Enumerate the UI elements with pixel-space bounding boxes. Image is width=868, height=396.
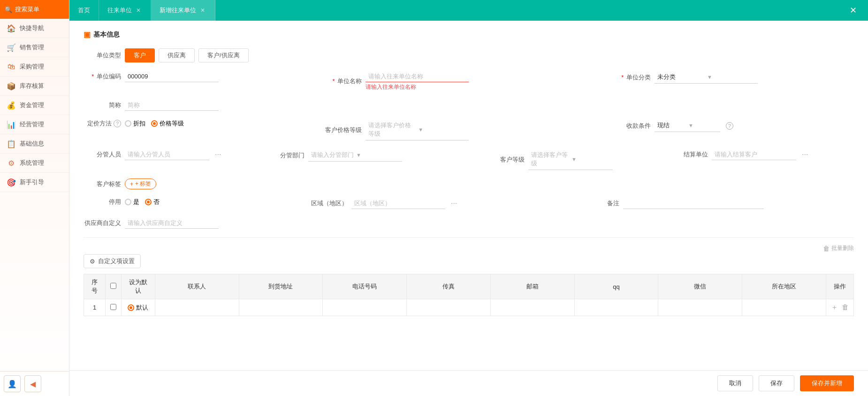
select-all-checkbox[interactable]	[110, 283, 116, 289]
trash-icon: 🗑	[823, 245, 830, 252]
tab-new-contact-close[interactable]: ✕	[199, 7, 206, 14]
sidebar-item-finance[interactable]: 💰 资金管理	[0, 96, 69, 115]
row-contact-input[interactable]	[160, 304, 234, 311]
manager-label: 分管人员	[84, 150, 121, 159]
unit-name-input[interactable]	[365, 71, 469, 82]
col-region: 所在地区	[742, 274, 826, 299]
section-basic-info: ▣ 基本信息	[84, 30, 854, 39]
sidebar-expand-btn[interactable]: ◀	[24, 375, 41, 392]
save-new-button[interactable]: 保存并新增	[800, 375, 854, 391]
row-delete-btn[interactable]: 🗑	[842, 303, 849, 312]
row-add-btn[interactable]: ＋	[831, 303, 838, 312]
sidebar-item-inventory[interactable]: 📦 库存核算	[0, 77, 69, 96]
row-checkbox[interactable]	[106, 299, 122, 316]
sidebar-item-basic[interactable]: 📋 基础信息	[0, 134, 69, 154]
sidebar-item-quick-nav[interactable]: 🏠 快捷导航	[0, 19, 69, 38]
row-default-radio[interactable]	[128, 304, 134, 311]
tab-home[interactable]: 首页	[69, 0, 99, 21]
manager-more-btn[interactable]: ···	[213, 150, 223, 159]
row-email-input[interactable]	[495, 304, 570, 311]
row-default-radio-item[interactable]: 默认	[126, 303, 150, 312]
region-more-btn[interactable]: ···	[449, 199, 459, 208]
short-name-input[interactable]	[125, 100, 219, 111]
row-fax-input[interactable]	[411, 304, 486, 311]
row-email[interactable]	[490, 299, 574, 316]
row-select-checkbox[interactable]	[110, 304, 116, 310]
cancel-button[interactable]: 取消	[717, 375, 753, 391]
row-phone-input[interactable]	[327, 304, 402, 311]
sidebar-item-guide[interactable]: 🎯 新手引导	[0, 173, 69, 192]
settlement-unit-more-btn[interactable]: ···	[800, 150, 810, 159]
tab-contacts[interactable]: 往来单位 ✕	[99, 0, 151, 21]
col-action: 操作	[826, 274, 853, 299]
batch-delete-label[interactable]: 批量删除	[831, 244, 854, 252]
disable-no-radio[interactable]	[145, 199, 152, 205]
unit-category-label: * 单位分类	[613, 73, 651, 82]
sidebar-item-label: 基础信息	[20, 140, 44, 148]
pricing-price-level-option[interactable]: 价格等级	[151, 119, 184, 128]
disable-yes-option[interactable]: 是	[125, 198, 139, 206]
pricing-price-level-radio[interactable]	[151, 120, 158, 127]
row-fax[interactable]	[407, 299, 491, 316]
sidebar: 🔍 搜索菜单 🏠 快捷导航 🛒 销售管理 🛍 采购管理 📦 库存核算 💰 资金管…	[0, 0, 69, 396]
type-btn-supplier[interactable]: 供应离	[159, 48, 195, 62]
unit-code-label: * 单位编码	[84, 72, 121, 81]
pricing-info-icon[interactable]: ?	[114, 120, 121, 127]
row-address[interactable]	[239, 299, 323, 316]
row-contact[interactable]	[155, 299, 239, 316]
row-region-input[interactable]	[747, 304, 821, 311]
payment-terms-label: 收款条件	[613, 122, 651, 130]
row-no: 1	[84, 299, 106, 316]
disable-no-option[interactable]: 否	[145, 198, 160, 206]
unit-code-row: * 单位编码 * 单位名称 请输入往来单位名称 *	[84, 71, 854, 91]
row-default[interactable]: 默认	[122, 299, 155, 316]
sidebar-item-system[interactable]: ⚙ 系统管理	[0, 154, 69, 173]
payment-terms-info-icon[interactable]: ?	[726, 122, 733, 130]
batch-delete-area: 🗑 批量删除	[84, 244, 854, 252]
type-btn-both[interactable]: 客户/供应离	[198, 48, 249, 62]
row-qq-input[interactable]	[579, 304, 654, 311]
sidebar-item-operations[interactable]: 📊 经营管理	[0, 115, 69, 134]
manager-input[interactable]	[125, 149, 209, 160]
sidebar-user-btn[interactable]: 👤	[4, 375, 21, 392]
row-wechat[interactable]	[658, 299, 742, 316]
tab-contacts-label: 往来单位	[107, 6, 132, 15]
customer-price-level-select[interactable]: 请选择客户价格等级 ▼	[365, 119, 469, 140]
tab-new-contact[interactable]: 新增往来单位 ✕	[151, 0, 215, 21]
type-btn-customer[interactable]: 客户	[125, 48, 155, 62]
add-tag-label: + 标签	[135, 180, 151, 188]
pricing-discount-option[interactable]: 折扣	[125, 119, 145, 128]
section-title-text: 基本信息	[93, 31, 120, 39]
tab-contacts-close[interactable]: ✕	[135, 7, 142, 14]
custom-setting-button[interactable]: ⚙ 自定义项设置	[84, 254, 141, 268]
col-checkbox[interactable]	[106, 274, 122, 299]
unit-category-select[interactable]: 未分类 ▼	[655, 71, 758, 84]
pricing-discount-radio[interactable]	[125, 120, 131, 127]
customer-level-select[interactable]: 请选择客户等级 ▼	[528, 149, 613, 170]
unit-code-input[interactable]	[125, 71, 219, 82]
disable-yes-radio[interactable]	[125, 199, 131, 205]
row-qq[interactable]	[574, 299, 658, 316]
row-wechat-input[interactable]	[663, 304, 737, 311]
settlement-unit-input[interactable]	[712, 149, 796, 160]
sidebar-search[interactable]: 🔍 搜索菜单	[0, 0, 69, 19]
tabbar-close-all[interactable]: ✕	[846, 3, 860, 17]
department-select[interactable]: 请输入分管部门 ▼	[308, 149, 402, 162]
sidebar-search-label: 搜索菜单	[15, 5, 39, 14]
main-area: 首页 往来单位 ✕ 新增往来单位 ✕ ✕ ▣ 基本信息 单位类型 客户 供应离 …	[69, 0, 868, 396]
row-phone[interactable]	[323, 299, 407, 316]
pricing-discount-label: 折扣	[133, 119, 145, 128]
finance-icon: 💰	[7, 101, 16, 110]
add-tag-button[interactable]: + + 标签	[125, 179, 156, 189]
supplier-custom-input[interactable]	[125, 217, 219, 229]
sidebar-item-purchase[interactable]: 🛍 采购管理	[0, 57, 69, 77]
payment-terms-select[interactable]: 现结 ▼	[655, 119, 720, 132]
region-input[interactable]	[351, 198, 445, 209]
remark-input[interactable]	[623, 198, 764, 209]
save-button[interactable]: 保存	[759, 375, 794, 391]
row-region[interactable]	[742, 299, 826, 316]
row-address-input[interactable]	[244, 304, 318, 311]
form-content: ▣ 基本信息 单位类型 客户 供应离 客户/供应离 * 单位编码	[69, 21, 868, 396]
disable-label: 停用	[84, 198, 121, 206]
sidebar-item-sales[interactable]: 🛒 销售管理	[0, 38, 69, 57]
